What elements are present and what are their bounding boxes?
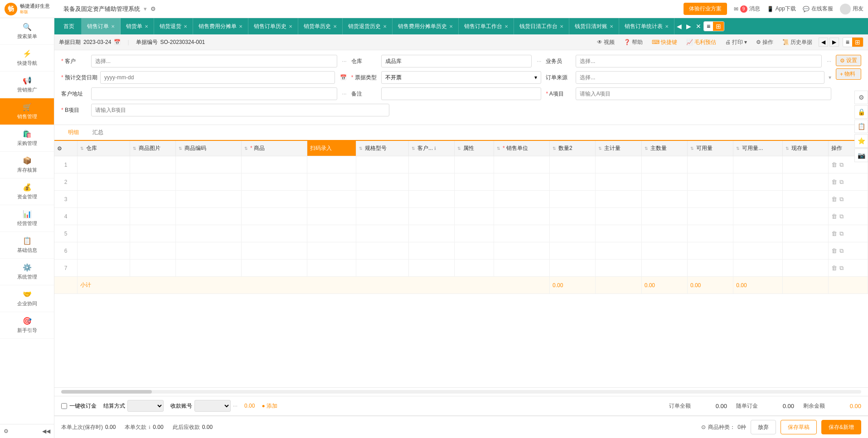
product-image-sort-icon[interactable]: ⇅ (133, 146, 136, 151)
sidebar-item-basic[interactable]: 📋 基础信息 (0, 232, 54, 259)
section-tab-detail[interactable]: 明细 (61, 125, 86, 141)
row-1-delete-icon[interactable]: 🗑 (831, 161, 837, 168)
row-7-main-unit[interactable] (596, 260, 641, 277)
row-4-main-qty[interactable] (641, 208, 687, 225)
account-dots[interactable]: ··· (233, 403, 238, 409)
tab-daily-workbench[interactable]: 钱货日清工作台 ✕ (514, 18, 569, 34)
tab-order-history[interactable]: 销售订单历史 ✕ (248, 18, 298, 34)
row-1-spec[interactable] (356, 156, 409, 173)
industry-btn[interactable]: 体验行业方案 (684, 3, 727, 15)
row-3-spec[interactable] (356, 191, 409, 208)
row-6-copy-icon[interactable]: ⧉ (839, 247, 844, 255)
row-6-main-qty[interactable] (641, 242, 687, 260)
tab-invoice[interactable]: 销货单 ✕ (121, 18, 154, 34)
row-4-quantity2[interactable] (550, 208, 596, 225)
row-3-product[interactable] (241, 191, 307, 208)
row-5-customer-code[interactable] (408, 225, 454, 242)
row-7-customer-code[interactable] (408, 260, 454, 277)
a-project-input[interactable] (576, 87, 831, 100)
float-note-btn[interactable]: 📋 (854, 120, 868, 133)
tab-daily-workbench-close[interactable]: ✕ (560, 24, 563, 29)
main-unit-sort-icon[interactable]: ⇅ (598, 146, 602, 151)
sidebar-settings-icon[interactable]: ⚙ (4, 428, 9, 434)
warehouse-select[interactable]: 成品库 (381, 55, 532, 67)
tab-expense-history-close[interactable]: ✕ (449, 24, 453, 29)
row-3-customer-code[interactable] (408, 191, 454, 208)
row-2-available[interactable] (687, 173, 733, 191)
row-2-main-qty[interactable] (641, 173, 687, 191)
float-lock-btn[interactable]: 🔒 (854, 105, 868, 119)
product-sort-icon[interactable]: ⇅ (244, 146, 248, 151)
row-3-attribute[interactable] (455, 191, 494, 208)
tab-expense-split-close[interactable]: ✕ (239, 24, 242, 29)
row-7-available2[interactable] (733, 260, 783, 277)
row-6-sales-unit[interactable] (494, 242, 550, 260)
row-1-stock[interactable] (782, 156, 828, 173)
app-download-btn[interactable]: 📱 App下载 (767, 5, 796, 13)
float-camera-btn[interactable]: 📷 (854, 149, 868, 162)
sidebar-item-operations[interactable]: 📊 经营管理 (0, 205, 54, 232)
row-5-product-code[interactable] (176, 225, 242, 242)
payment-method-select[interactable] (127, 400, 164, 412)
view-grid-btn[interactable]: ⊞ (713, 22, 724, 31)
float-settings-btn[interactable]: ⚙ (854, 91, 868, 104)
date-value[interactable]: 2023-03-24 (83, 39, 111, 45)
col-settings-icon[interactable]: ⚙ (57, 145, 62, 152)
one-click-checkout-checkbox[interactable]: 一键收订金 (61, 402, 97, 410)
sidebar-collapse-icon[interactable]: ◀◀ (42, 428, 50, 434)
customer-code-info-icon[interactable]: ℹ (434, 146, 436, 151)
warehouse-dots[interactable]: ··· (537, 58, 541, 64)
horizontal-scrollbar[interactable] (61, 390, 861, 394)
row-7-product-code[interactable] (176, 260, 242, 277)
row-2-product[interactable] (241, 173, 307, 191)
stock-sort-icon[interactable]: ⇅ (786, 146, 789, 151)
row-1-quantity2[interactable] (550, 156, 596, 173)
tab-sales-order[interactable]: 销售订单 ✕ (82, 18, 121, 34)
row-4-available[interactable] (687, 208, 733, 225)
row-5-warehouse[interactable] (78, 225, 130, 242)
row-2-available2[interactable] (733, 173, 783, 191)
customer-code-sort-icon[interactable]: ⇅ (412, 146, 415, 151)
row-5-quantity2[interactable] (550, 225, 596, 242)
profit-btn[interactable]: 📈 毛利预估 (684, 38, 719, 47)
tab-invoice-history-close[interactable]: ✕ (333, 24, 337, 29)
tab-return[interactable]: 销货退货 ✕ (154, 18, 193, 34)
sidebar-item-guide[interactable]: 🎯 新手引导 (0, 312, 54, 339)
b-project-input[interactable] (91, 104, 389, 116)
section-tab-summary[interactable]: 汇总 (86, 125, 110, 141)
row-5-available[interactable] (687, 225, 733, 242)
sales-unit-sort-icon[interactable]: ⇅ (497, 146, 500, 151)
row-7-attribute[interactable] (455, 260, 494, 277)
nav-next-btn[interactable]: ▶ (829, 38, 839, 47)
row-4-main-unit[interactable] (596, 208, 641, 225)
row-6-product-code[interactable] (176, 242, 242, 260)
sidebar-item-purchase[interactable]: 🛍️ 采购管理 (0, 125, 54, 152)
row-2-sales-unit[interactable] (494, 173, 550, 191)
row-5-main-qty[interactable] (641, 225, 687, 242)
row-6-spec[interactable] (356, 242, 409, 260)
customer-dots[interactable]: ··· (342, 58, 347, 64)
row-5-spec[interactable] (356, 225, 409, 242)
row-4-product[interactable] (241, 208, 307, 225)
row-5-product[interactable] (241, 225, 307, 242)
delivery-calendar-icon[interactable]: 📅 (340, 74, 347, 81)
sidebar-item-finance[interactable]: 💰 资金管理 (0, 178, 54, 205)
row-4-available2[interactable] (733, 208, 783, 225)
online-service-btn[interactable]: 💬 在线客服 (803, 5, 833, 13)
row-5-attribute[interactable] (455, 225, 494, 242)
row-1-product-code[interactable] (176, 156, 242, 173)
row-7-copy-icon[interactable]: ⧉ (839, 265, 844, 272)
sidebar-item-collab[interactable]: 🤝 企业协同 (0, 285, 54, 312)
row-3-main-unit[interactable] (596, 191, 641, 208)
attribute-sort-icon[interactable]: ⇅ (457, 146, 461, 151)
row-7-scan[interactable] (307, 260, 356, 277)
sidebar-item-marketing[interactable]: 📢 营销推广 (0, 72, 54, 98)
order-source-input[interactable] (576, 71, 824, 84)
row-4-attribute[interactable] (455, 208, 494, 225)
main-qty-sort-icon[interactable]: ⇅ (645, 146, 648, 151)
row-3-sales-unit[interactable] (494, 191, 550, 208)
tab-sales-order-close[interactable]: ✕ (111, 24, 115, 29)
row-4-delete-icon[interactable]: 🗑 (831, 213, 837, 220)
tab-reconcile[interactable]: 钱货日清对账 ✕ (569, 18, 619, 34)
tab-invoice-history[interactable]: 销货单历史 ✕ (298, 18, 343, 34)
